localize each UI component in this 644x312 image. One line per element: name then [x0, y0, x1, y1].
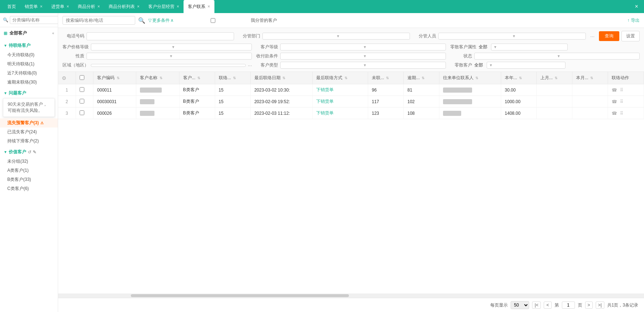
- sidebar-item-churned[interactable]: 已流失客户(24): [0, 127, 58, 137]
- search-button[interactable]: 🔍: [138, 17, 145, 24]
- action-phone-0[interactable]: ☎: [612, 88, 617, 93]
- col-this-month[interactable]: 本月... ⇅: [572, 72, 608, 84]
- prev-page-btn[interactable]: <: [544, 301, 551, 309]
- row-select-0[interactable]: [80, 87, 84, 92]
- col-person[interactable]: 往来单位联系人 ⇅: [439, 72, 501, 84]
- tab-purchase[interactable]: 进货单 ×: [47, 0, 73, 13]
- sidebar-item-overdue[interactable]: 逾期未联络(30): [0, 78, 58, 87]
- action-phone-1[interactable]: ☎: [612, 99, 617, 104]
- refresh-icon[interactable]: ↺: [28, 150, 31, 155]
- tab-home[interactable]: 首页: [3, 0, 20, 13]
- customer-type-select[interactable]: ▼: [280, 62, 446, 69]
- row-last-way-link-0[interactable]: 下销货单: [316, 87, 334, 92]
- col-name[interactable]: 客户名称 ⇅: [136, 72, 179, 84]
- search-input[interactable]: [63, 16, 135, 25]
- sidebar-item-class-c[interactable]: C类客户(6): [0, 184, 58, 193]
- tab-analysis[interactable]: 商品分析 ×: [73, 0, 104, 13]
- next-page-btn[interactable]: >: [585, 301, 593, 309]
- level-select[interactable]: ▼: [280, 44, 446, 50]
- checkbox-col-header: [76, 72, 93, 84]
- tab-customer-layer-close[interactable]: ×: [177, 4, 179, 9]
- tab-purchase-close[interactable]: ×: [67, 4, 69, 9]
- col-last-date-label: 最后联络日期: [254, 75, 281, 80]
- query-button[interactable]: 查询: [599, 31, 619, 41]
- sidebar-item-7days[interactable]: 近7天待联络(0): [0, 69, 58, 78]
- tab-bar-close-all[interactable]: ×: [632, 3, 641, 10]
- phone-label: 电话号码: [63, 33, 84, 39]
- region-select[interactable]: [91, 64, 246, 67]
- tab-customer-contact-close[interactable]: ×: [208, 4, 210, 9]
- sidebar-item-churn-warning[interactable]: 流失预警客户(3) ⚠: [0, 118, 58, 127]
- tab-analysis-list-close[interactable]: ×: [137, 4, 140, 9]
- settings-icon[interactable]: ⚙: [62, 75, 67, 81]
- sidebar-item-tomorrow[interactable]: 明天待联络(1): [0, 60, 58, 69]
- sidebar-group-problem-title[interactable]: ▼ 问题客户: [0, 88, 58, 98]
- row-last-way-link-1[interactable]: 下销货单: [316, 99, 334, 104]
- price-level-select[interactable]: ▼: [91, 44, 252, 50]
- tab-analysis-list-label: 商品分析列表: [109, 4, 135, 10]
- sidebar-item-today[interactable]: 今天待联络(0): [0, 50, 58, 60]
- horizontal-scrollbar[interactable]: [58, 293, 644, 298]
- sidebar-item-class-a[interactable]: A类客户(1): [0, 166, 58, 175]
- sidebar-item-declining[interactable]: 持续下滑客户(2): [0, 137, 58, 146]
- edit-icon[interactable]: ✎: [33, 150, 36, 155]
- sidebar-group-value-title[interactable]: ▼ 价值客户 ↺ ✎: [0, 147, 58, 157]
- col-last-way[interactable]: 最后联络方式 ⇅: [313, 72, 368, 84]
- tab-analysis-close[interactable]: ×: [97, 4, 100, 9]
- status-select[interactable]: ▼: [474, 53, 640, 60]
- payment-select[interactable]: ▼: [280, 53, 446, 60]
- sidebar-group-pending-title[interactable]: ▼ 待联络客户: [0, 41, 58, 50]
- col-last-month[interactable]: 上月... ⇅: [536, 72, 572, 84]
- row-this-month-2: [572, 108, 608, 119]
- row-this-year-2: 1408.00: [501, 108, 536, 119]
- phone-input[interactable]: [86, 32, 234, 40]
- gender-select[interactable]: ▼: [86, 53, 252, 60]
- action-more-1[interactable]: ⠿: [620, 99, 623, 104]
- dept-select[interactable]: ▼: [262, 33, 410, 40]
- more-dots-2[interactable]: ···: [248, 62, 252, 68]
- row-select-1[interactable]: [80, 99, 84, 104]
- person-select[interactable]: ▼: [438, 33, 586, 40]
- row-select-2[interactable]: [80, 110, 84, 115]
- tab-customer-contact[interactable]: 客户联系 ×: [184, 0, 214, 13]
- more-dots-1[interactable]: ···: [590, 33, 595, 39]
- zero-attr-select[interactable]: ▼: [491, 44, 568, 50]
- per-page-select[interactable]: 50 100 200: [511, 301, 529, 309]
- sidebar-item-class-b[interactable]: B类客户(33): [0, 175, 58, 184]
- tab-customer-layer[interactable]: 客户分层经营 ×: [144, 0, 184, 13]
- row-last-way-link-2[interactable]: 下销货单: [316, 110, 334, 116]
- sidebar-root[interactable]: ⊞ 全部客户 «: [0, 27, 58, 39]
- export-button[interactable]: ↑ 导出: [627, 17, 640, 24]
- status-label: 状态: [450, 53, 472, 59]
- my-customers-checkbox[interactable]: 我分管的客户: [177, 17, 277, 24]
- row-overdue-0: 81: [404, 84, 439, 96]
- settings-button[interactable]: 设置: [621, 31, 640, 41]
- col-unlinked[interactable]: 未联... ⇅: [368, 72, 403, 84]
- sidebar-item-ungrouped[interactable]: 未分组(32): [0, 157, 58, 166]
- col-this-year[interactable]: 本年... ⇅: [501, 72, 536, 84]
- action-icons-1: ☎ ⠿: [612, 99, 640, 104]
- col-contact[interactable]: 联络... ⇅: [215, 72, 250, 84]
- zero-customer-select[interactable]: ▼: [487, 62, 566, 69]
- select-all-checkbox[interactable]: [80, 75, 84, 80]
- filter-more-btn[interactable]: ▽ 更多条件 ∧: [148, 17, 174, 24]
- first-page-btn[interactable]: |<: [532, 301, 541, 309]
- last-page-btn[interactable]: >|: [596, 301, 604, 309]
- col-overdue[interactable]: 逾期... ⇅: [404, 72, 439, 84]
- action-more-0[interactable]: ⠿: [620, 88, 623, 93]
- col-last-date[interactable]: 最后联络日期 ⇅: [250, 72, 313, 84]
- page-input[interactable]: [562, 301, 575, 309]
- tab-sales-close[interactable]: ×: [40, 4, 43, 9]
- sidebar-search-input[interactable]: [10, 16, 58, 24]
- tab-analysis-list[interactable]: 商品分析列表 ×: [104, 0, 144, 13]
- action-more-2[interactable]: ⠿: [620, 111, 623, 116]
- action-phone-2[interactable]: ☎: [612, 111, 617, 116]
- tab-sales[interactable]: 销货单 ×: [20, 0, 47, 13]
- scrollbar-thumb[interactable]: [131, 294, 349, 297]
- chevron-down-icon7: ▼: [169, 54, 250, 58]
- row-unlinked-0: 96: [368, 84, 403, 96]
- my-customers-check[interactable]: [177, 18, 249, 23]
- col-code[interactable]: 客户编码 ⇅: [93, 72, 136, 84]
- settings-col-header[interactable]: ⚙: [58, 72, 76, 84]
- col-type[interactable]: 客户... ⇅: [179, 72, 215, 84]
